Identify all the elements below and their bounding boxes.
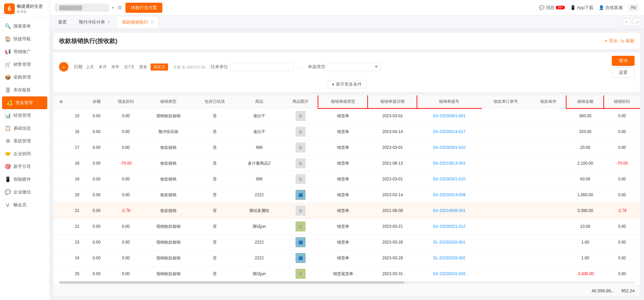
col-header-verify-date: 核销单据日期	[368, 95, 417, 108]
cell-goods-image: 🖼	[282, 124, 318, 140]
sidebar-item-member[interactable]: V畅会员	[0, 199, 49, 211]
filter-query-button[interactable]: 查询	[612, 56, 635, 66]
sidebar-item-operations[interactable]: 📊经营管理	[0, 109, 49, 122]
sidebar-item-guide[interactable]: 🎯新手引导	[0, 160, 49, 173]
filter-bar: » 日期 上月 本月 本年 近7天 更多 自定义 不限 至 2023-07-26	[54, 52, 640, 92]
cell-verify-amount: 3,390.00	[567, 203, 604, 219]
cell-balance: 0.00	[85, 171, 108, 187]
app-logo-text: 畅捷通好生意 标准版	[17, 3, 43, 14]
cell-verify-discount: 0.00	[604, 250, 640, 266]
export-button[interactable]: ↗ 导出	[604, 38, 618, 44]
sidebar: 6 畅捷通好生意 标准版 🔍搜索菜单🏠快捷导航📢营销推广🛒销售管理📦采购管理🗄库…	[0, 0, 50, 300]
topbar: ████████ ▾ ⚙ 休验行业方案 💬 消息 99+ 📱 App下载 👤 在…	[50, 0, 644, 15]
tab-restore-button[interactable]: ⤢	[633, 18, 641, 26]
cell-verify-bill-type: 销货单	[318, 124, 368, 140]
cell-goods: 多计量商品2	[236, 156, 282, 171]
sidebar-item-shortcut[interactable]: 🏠快捷导航	[0, 33, 49, 45]
cell-verify-bill-no[interactable]: SA-20210813-001	[417, 156, 481, 171]
page-content: 收款核销执行(按收款) ↗ 导出 ↻ 刷新 » 日期 上月	[50, 29, 644, 300]
tab-prepay-close[interactable]: ×	[108, 20, 110, 25]
col-header-balance: 余额	[85, 95, 108, 108]
tab-home[interactable]: 首页	[52, 16, 72, 28]
cell-include-settled: 否	[193, 219, 236, 234]
operations-icon: 📊	[5, 113, 11, 119]
filter-expand-more-button[interactable]: ▾ 展开更多条件	[328, 80, 366, 89]
sidebar-item-system[interactable]: ⚙系统管理	[0, 135, 49, 147]
sidebar-item-basic[interactable]: 📋基础信息	[0, 122, 49, 135]
cell-verify-date: 2021-08-13	[368, 156, 417, 171]
cell-goods-image: 🖼	[282, 108, 318, 124]
basic-icon: 📋	[5, 125, 11, 131]
cell-verify-bill-no[interactable]: SL-20230328-001	[417, 234, 481, 250]
filter-more-date[interactable]: 更多	[138, 63, 149, 71]
goods-image: 🖼	[296, 221, 306, 231]
filter-expand-button[interactable]: »	[59, 62, 68, 72]
sidebar-logo: 6 畅捷通好生意 标准版	[0, 0, 49, 18]
app-download-button[interactable]: 📱 App下载	[570, 5, 593, 11]
table-row: 17 0.00 0.00 收款核销 否 999 🖼 销货单 2023-03-01…	[54, 140, 640, 156]
export-icon: ↗	[604, 39, 607, 44]
sidebar-item-purchase[interactable]: 📦采购管理	[0, 71, 49, 84]
refresh-button[interactable]: ↻ 刷新	[621, 38, 635, 44]
refresh-icon: ↻	[621, 39, 625, 44]
cell-verify-bill-no[interactable]: SA-20230301-001	[417, 108, 481, 124]
tab-collect[interactable]: 收款核销执行 ×	[116, 16, 159, 28]
table-row: 25 0.00 0.00 现销收款核销 否 测试jun 🖼 销货退货单 2023…	[54, 266, 640, 280]
cell-verify-bill-no[interactable]: SA-20230321-012	[417, 219, 481, 234]
cell-verify-type: 现销收款核销	[144, 108, 193, 124]
cell-verify-bill-no[interactable]: SA-20230314-008	[417, 187, 481, 203]
cell-verify-bill-no[interactable]: SA-20230301-010	[417, 140, 481, 156]
cell-verify-amount: 2,100.00	[567, 156, 604, 171]
cell-collect-condition	[531, 203, 567, 219]
col-header-settings[interactable]: ⚙	[54, 95, 69, 108]
topbar-chevron-icon[interactable]: ▾	[112, 5, 114, 10]
cell-verify-bill-no[interactable]: SA-20230331-026	[417, 266, 481, 280]
sidebar-item-sales[interactable]: 🛒销售管理	[0, 58, 49, 71]
table-row: 23 0.00 0.00 现销收款核销 否 2222 🟦 销货单 2023-03…	[54, 234, 640, 250]
cell-verify-bill-no[interactable]: SA-20230414-017	[417, 124, 481, 140]
topbar-gear-icon[interactable]: ⚙	[117, 4, 122, 11]
cell-verify-amount: -2,430.00	[567, 266, 604, 280]
table-container[interactable]: ⚙ 余额 现金折扣 核销类型 包含已结清 商品 商品图片 核销单据类型 核销单据…	[54, 95, 640, 280]
filter-custom-date[interactable]: 自定义	[151, 63, 168, 71]
cell-verify-bill-type: 销货单	[318, 140, 368, 156]
cell-collect-condition	[531, 108, 567, 124]
filter-7days[interactable]: 近7天	[123, 63, 136, 71]
message-button[interactable]: 💬 消息 99+	[539, 5, 565, 11]
cell-collect-condition	[531, 219, 567, 234]
sidebar-item-marketing[interactable]: 📢营销推广	[0, 45, 49, 58]
sidebar-item-inventory[interactable]: 🗄库存核算	[0, 84, 49, 96]
cell-verify-bill-no[interactable]: SL-20230328-002	[417, 250, 481, 266]
user-name-display[interactable]: Rit	[628, 4, 639, 11]
cell-goods-image: 🟦	[282, 234, 318, 250]
industry-solution-button[interactable]: 休验行业方案	[125, 3, 162, 13]
cell-verify-bill-no[interactable]: SA-20210808-001	[417, 203, 481, 219]
table-row: 20 0.00 0.00 收款核销 否 2222 🟦 销货单 2023-03-1…	[54, 187, 640, 203]
sidebar-item-hardware[interactable]: 📱智能硬件	[0, 173, 49, 186]
cell-verify-bill-no[interactable]: SA-20230301-010	[417, 171, 481, 187]
horizontal-scrollbar[interactable]	[59, 281, 635, 284]
sidebar-item-search[interactable]: 🔍搜索菜单	[0, 20, 49, 33]
cell-include-settled: 否	[193, 108, 236, 124]
filter-date-links: 上月 本月 本年 近7天 更多 自定义	[85, 63, 168, 71]
filter-this-year[interactable]: 本年	[110, 63, 121, 71]
tab-close-all-button[interactable]: ×	[623, 18, 631, 26]
sidebar-item-capital[interactable]: 💰资金管理	[2, 96, 47, 109]
page-actions: ↗ 导出 ↻ 刷新	[604, 38, 635, 44]
sidebar-item-enterprise[interactable]: 🤝企业协同	[0, 147, 49, 160]
filter-this-month[interactable]: 本月	[97, 63, 108, 71]
tab-collect-close[interactable]: ×	[151, 20, 153, 25]
col-header-verify-discount: 核销折扣	[604, 95, 640, 108]
cell-verify-type: 现销收款核销	[144, 250, 193, 266]
filter-bill-type-select[interactable]	[327, 63, 381, 71]
goods-image: 🟦	[296, 253, 306, 263]
cell-verify-date: 2023-03-31	[368, 266, 417, 280]
filter-set-button[interactable]: 设置	[612, 67, 635, 78]
sidebar-item-wechat[interactable]: 💬企业微信	[0, 186, 49, 199]
filter-last-month[interactable]: 上月	[85, 63, 95, 71]
filter-from-unit-input[interactable]	[230, 63, 294, 71]
tab-prepay[interactable]: 预付冲应付单 ×	[73, 16, 116, 28]
online-service-button[interactable]: 👤 在线客服	[599, 5, 623, 11]
cell-check	[54, 187, 69, 203]
cell-goods: 老白干	[236, 124, 282, 140]
